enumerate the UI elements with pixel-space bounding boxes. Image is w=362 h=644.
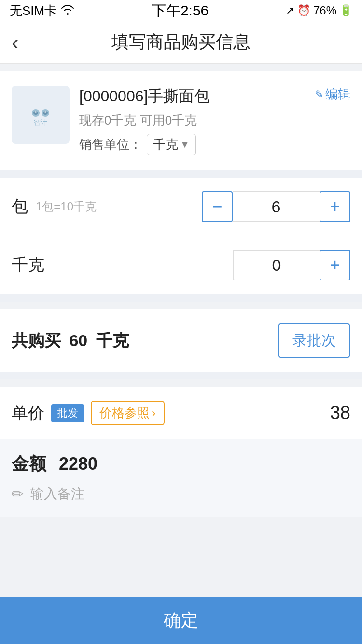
back-button[interactable]: ‹ [12,32,19,53]
status-left: 无SIM卡 [10,2,74,19]
wifi-icon [61,3,74,18]
product-card: 智计 [0000006]手撕面包 ✎ 编辑 现存0千克 可用0千克 销售单位： … [0,71,362,170]
carrier-label: 无SIM卡 [10,2,57,19]
increment-bao-button[interactable]: + [320,191,350,222]
edit-button[interactable]: ✎ 编辑 [315,86,350,103]
status-bar: 无SIM卡 下午2:56 ↗ ⏰ 76% 🔋 [0,0,362,21]
alarm-icon: ⏰ [297,4,310,17]
product-name: [0000006]手撕面包 [79,86,209,107]
product-image: 智计 [12,86,70,144]
decrement-bao-button[interactable]: − [202,191,233,222]
confirm-bar[interactable]: 确定 [0,597,362,644]
nav-bar: ‹ 填写商品购买信息 [0,21,362,64]
price-ref-button[interactable]: 价格参照 › [91,401,165,425]
product-stock: 现存0千克 可用0千克 [79,112,350,129]
price-badge: 批发 [51,404,84,422]
quantity-row-kg: 千克 + [12,236,350,294]
quantity-bao-input[interactable] [233,191,320,222]
remark-row[interactable]: ✏ 输入备注 [12,485,350,503]
section-divider-2 [0,294,362,302]
location-icon: ↗ [286,4,294,17]
price-section: 单价 批发 价格参照 › 38 [0,387,362,439]
quantity-section: 包 1包=10千克 − + 千克 + [0,178,362,294]
total-section: 共购买 60 千克 录批次 [0,309,362,372]
amount-row: 金额 2280 [12,452,350,476]
quantity-label-kg: 千克 [12,254,44,276]
svg-text:智计: 智计 [34,118,47,126]
remark-label: 输入备注 [30,485,84,503]
increment-kg-button[interactable]: + [320,250,350,280]
total-text: 共购买 60 千克 [12,330,129,352]
product-info: [0000006]手撕面包 ✎ 编辑 现存0千克 可用0千克 销售单位： 千克 … [79,86,350,155]
quantity-controls-kg: + [233,250,350,280]
battery-label: 76% [313,4,336,17]
section-divider-3 [0,372,362,379]
quantity-row-bao: 包 1包=10千克 − + [12,178,350,236]
svg-point-5 [44,111,46,113]
svg-point-4 [35,111,37,113]
battery-icon: 🔋 [339,4,352,17]
quantity-label-bao: 包 1包=10千克 [12,196,97,218]
unit-selector[interactable]: 千克 ▼ [147,134,196,155]
status-right: ↗ ⏰ 76% 🔋 [286,4,352,17]
product-unit: 销售单位： 千克 ▼ [79,134,350,155]
status-time: 下午2:56 [152,1,209,21]
price-label: 单价 批发 价格参照 › [12,401,165,425]
quantity-controls-bao: − + [202,191,350,222]
remark-icon: ✏ [12,486,24,503]
section-divider-1 [0,170,362,178]
amount-value: 2280 [59,454,97,474]
record-batch-button[interactable]: 录批次 [278,323,350,358]
total-amount: 60 [69,331,87,350]
quantity-kg-input[interactable] [233,250,320,280]
amount-section: 金额 2280 ✏ 输入备注 [0,439,362,517]
price-value: 38 [330,403,350,423]
page-title: 填写商品购买信息 [111,30,251,54]
confirm-text: 确定 [164,609,198,632]
